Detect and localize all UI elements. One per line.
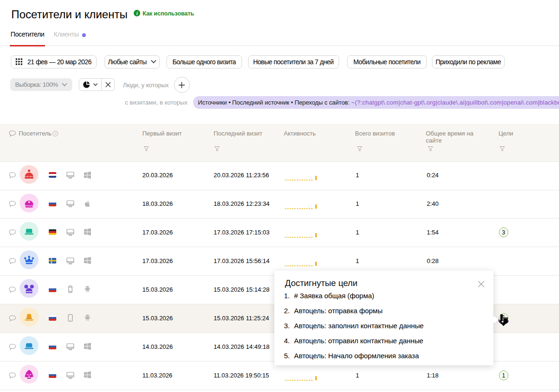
svg-text:?: ? (54, 132, 57, 136)
svg-text:i: i (136, 11, 137, 16)
